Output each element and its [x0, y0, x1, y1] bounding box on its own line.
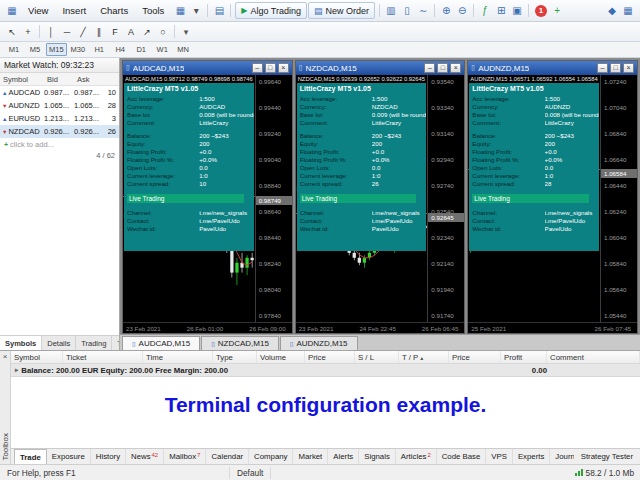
column-header-ask[interactable]: Ask [74, 75, 104, 84]
zoom-in-icon[interactable]: ⊕ [438, 3, 454, 19]
timeframe-m5[interactable]: M5 [25, 43, 45, 56]
toolbox-tab-calendar[interactable]: Calendar [206, 449, 249, 464]
trendline-icon[interactable]: ╱ [75, 24, 91, 40]
data-window-icon[interactable]: ▣ [509, 3, 525, 19]
notifications-badge[interactable]: 1 [535, 5, 547, 17]
indicators-icon[interactable]: ƒ [477, 3, 493, 19]
minimize-icon[interactable]: – [252, 63, 263, 73]
minimize-icon[interactable]: – [424, 63, 435, 73]
chart-candles-icon[interactable]: ▯ [399, 3, 415, 19]
toolbox-tab-news[interactable]: News42 [126, 449, 164, 464]
menu-insert[interactable]: Insert [55, 2, 93, 19]
menu-charts[interactable]: Charts [93, 2, 135, 19]
chart-plot[interactable]: NZDCAD,M15 0.92639 0.92652 0.92622 0.926… [296, 75, 428, 322]
toolbox-tab-history[interactable]: History [91, 449, 126, 464]
column-header-bid[interactable]: Bid [44, 75, 74, 84]
timeframe-h4[interactable]: H4 [110, 43, 130, 56]
chart-window-titlebar[interactable]: ▯NZDCAD,M15–□× [296, 61, 465, 75]
chart-tab-nzdcad-m15[interactable]: ▯NZDCAD,M15 [201, 336, 279, 350]
timeframe-m30[interactable]: M30 [68, 43, 89, 56]
text-icon[interactable]: A [123, 24, 139, 40]
market-watch-tab-trading[interactable]: Trading [76, 336, 112, 350]
profiles-icon[interactable]: ▤ [211, 3, 227, 19]
tile-windows-icon[interactable]: ⊞ [493, 3, 509, 19]
toolbox-tab-company[interactable]: Company [249, 449, 293, 464]
horizontal-line-icon[interactable]: ─ [59, 24, 75, 40]
toolbox-tab-articles[interactable]: Articles2 [396, 449, 437, 464]
market-watch-row[interactable]: ▲EURUSD1.213...1.213...3 [0, 112, 119, 125]
timeframe-w1[interactable]: W1 [152, 43, 172, 56]
minimize-icon[interactable]: – [597, 63, 608, 73]
toolbox-tab-vps[interactable]: VPS [486, 449, 513, 464]
market-watch-row[interactable]: ▼AUDNZD1.065...1.065...28 [0, 99, 119, 112]
click-to-add-row[interactable]: + click to add... [0, 138, 119, 151]
crosshair-icon[interactable]: + [20, 24, 36, 40]
toolbox-tab-code-base[interactable]: Code Base [437, 449, 487, 464]
column-header-ticket[interactable]: Ticket [63, 351, 143, 363]
column-header-price[interactable]: Price [449, 351, 501, 363]
arrow-icon[interactable]: ↗ [139, 24, 155, 40]
column-header-profit[interactable]: Profit [501, 351, 547, 363]
market-watch-tab-ticks[interactable]: Ticks [112, 336, 119, 350]
toolbox-tab-mailbox[interactable]: Mailbox7 [164, 449, 206, 464]
fibonacci-icon[interactable]: F [107, 24, 123, 40]
column-header-time[interactable]: Time [143, 351, 213, 363]
market-watch-row[interactable]: ▲AUDCAD0.987...0.987...10 [0, 86, 119, 99]
cursor-icon[interactable]: ↖ [4, 24, 20, 40]
toolbox-tab-exposure[interactable]: Exposure [47, 449, 91, 464]
column-header-comment[interactable]: Comment [547, 351, 640, 363]
chart-window-titlebar[interactable]: ▯AUDCAD,M15–□× [123, 61, 292, 75]
new-chart-icon[interactable]: ▦ [172, 3, 188, 19]
community-icon[interactable]: ◆ [604, 3, 620, 19]
close-icon[interactable]: × [278, 63, 289, 73]
channel-icon[interactable]: ∥ [91, 24, 107, 40]
shapes-icon[interactable]: ○ [155, 24, 171, 40]
timeframe-h1[interactable]: H1 [89, 43, 109, 56]
column-header-volume[interactable]: Volume [257, 351, 305, 363]
chart-line-icon[interactable]: ∼ [415, 3, 431, 19]
chart-bars-icon[interactable]: ▥ [383, 3, 399, 19]
add-account-icon[interactable]: + [549, 3, 565, 19]
more-tools-icon[interactable]: ▾ [178, 24, 194, 40]
column-header-type[interactable]: Type [213, 351, 257, 363]
market-watch-row[interactable]: ▼NZDCAD0.926...0.926...26 [0, 125, 119, 138]
market-watch-tab-symbols[interactable]: Symbols [0, 336, 42, 350]
algo-trading-button[interactable]: ▶ Algo Trading [235, 2, 307, 19]
chart-plot[interactable]: AUDNZD,M15 1.06571 1.06592 1.06554 1.065… [468, 75, 600, 322]
column-header-sl[interactable]: S / L [355, 351, 399, 363]
column-header-symbol[interactable]: Symbol [11, 351, 63, 363]
menu-view[interactable]: View [21, 2, 55, 19]
close-icon[interactable]: × [623, 63, 634, 73]
new-chart-dropdown-icon[interactable]: ▾ [188, 3, 204, 19]
restore-icon[interactable]: □ [610, 63, 621, 73]
timeframe-d1[interactable]: D1 [131, 43, 151, 56]
chart-tab-audcad-m15[interactable]: ▯AUDCAD,M15 [122, 336, 200, 350]
toolbox-tab-signals[interactable]: Signals [359, 449, 396, 464]
status-profile[interactable]: Default [230, 467, 271, 479]
close-icon[interactable]: × [3, 352, 8, 362]
toolbox-tab-market[interactable]: Market [293, 449, 328, 464]
restore-icon[interactable]: □ [265, 63, 276, 73]
toolbox-tab-journal[interactable]: Journal [550, 449, 573, 464]
timeframe-m1[interactable]: M1 [4, 43, 24, 56]
collapse-icon[interactable]: ▸ [11, 366, 21, 374]
column-header-tp[interactable]: T / P▴ [399, 351, 449, 363]
toolbox-tab-alerts[interactable]: Alerts [328, 449, 359, 464]
toolbox-tab-experts[interactable]: Experts [513, 449, 550, 464]
column-header-symbol[interactable]: Symbol [0, 75, 44, 84]
strategy-tester-button[interactable]: Strategy Tester [574, 452, 640, 461]
toolbox-tab-trade[interactable]: Trade [14, 449, 47, 464]
vertical-line-icon[interactable]: │ [43, 24, 59, 40]
chart-plot[interactable]: AUDCAD,M15 0.98712 0.98749 0.98698 0.987… [123, 75, 255, 322]
chart-tab-audnzd-m15[interactable]: ▯AUDNZD,M15 [280, 336, 358, 350]
balance-row[interactable]: ▸ Balance: 200.00 EUR Equity: 200.00 Fre… [11, 364, 640, 377]
help-icon[interactable]: ▦ [620, 3, 636, 19]
new-order-button[interactable]: ▤ New Order [308, 2, 375, 19]
connection-status[interactable]: 58.2 / 1.0 Mb [569, 468, 640, 478]
restore-icon[interactable]: □ [437, 63, 448, 73]
chart-window-titlebar[interactable]: ▯AUDNZD,M15–□× [468, 61, 637, 75]
close-icon[interactable]: × [450, 63, 461, 73]
timeframe-m15[interactable]: M15 [46, 43, 67, 56]
timeframe-mn[interactable]: MN [173, 43, 193, 56]
app-icon[interactable]: ▦ [4, 3, 20, 19]
